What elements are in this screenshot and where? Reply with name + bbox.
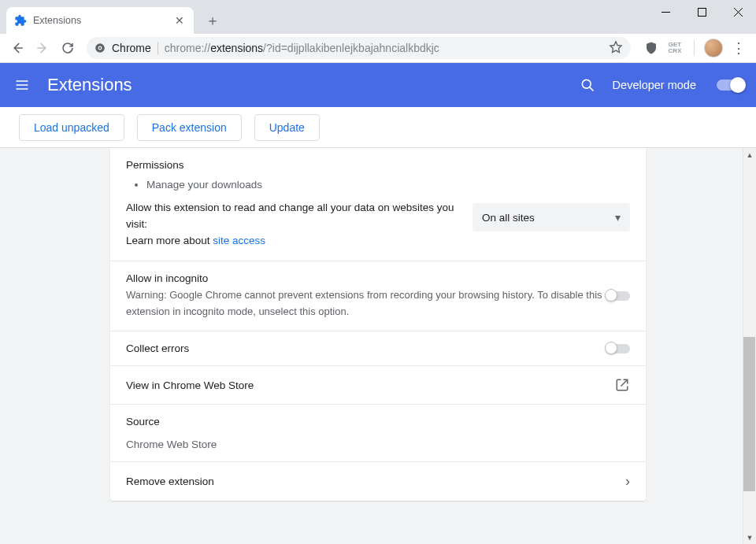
omnibox-separator [158, 42, 158, 54]
scrollbar-thumb[interactable] [743, 337, 755, 491]
tab-title: Extensions [33, 15, 81, 26]
learn-more-prefix: Learn more about [126, 235, 213, 246]
developer-actions-bar: Load unpacked Pack extension Update [0, 107, 756, 148]
svg-point-3 [99, 47, 102, 50]
browser-toolbar: Chrome chrome://extensions/?id=dijpllaki… [0, 34, 756, 63]
permissions-heading: Permissions [126, 159, 630, 171]
webstore-link-label: View in Chrome Web Store [126, 379, 254, 391]
minimize-button[interactable] [647, 0, 684, 24]
close-window-button[interactable] [720, 0, 756, 24]
svg-rect-0 [698, 8, 706, 16]
window-controls [647, 0, 756, 24]
incognito-heading: Allow in incognito [126, 272, 606, 284]
browser-tab[interactable]: Extensions ✕ [6, 7, 194, 34]
site-access-dropdown[interactable]: On all sites ▾ [472, 203, 630, 231]
collect-errors-toggle[interactable] [606, 344, 630, 353]
forward-button[interactable] [32, 37, 54, 59]
menu-icon[interactable] [13, 76, 32, 94]
update-button[interactable]: Update [254, 114, 320, 141]
toolbar-right: GET CRX ⋮ [639, 37, 750, 59]
reload-button[interactable] [57, 37, 79, 59]
search-icon[interactable] [578, 76, 597, 94]
puzzle-piece-icon [14, 14, 27, 27]
extension-detail-card: Permissions Manage your downloads Allow … [110, 148, 646, 501]
site-access-description: Allow this extension to read and change … [126, 202, 454, 230]
incognito-section: Allow in incognito Warning: Google Chrom… [110, 261, 646, 331]
url-text: chrome://extensions/?id=dijpllakibenlejk… [165, 42, 439, 54]
permission-item: Manage your downloads [146, 179, 630, 191]
remove-extension-label: Remove extension [126, 476, 214, 487]
extension-getcrx-icon[interactable]: GET CRX [665, 39, 684, 57]
site-access-link[interactable]: site access [213, 235, 265, 246]
incognito-toggle[interactable] [606, 291, 630, 301]
incognito-warning: Warning: Google Chrome cannot prevent ex… [126, 287, 606, 320]
dropdown-value: On all sites [482, 212, 535, 224]
window-titlebar: Extensions ✕ ＋ [0, 0, 756, 34]
new-tab-button[interactable]: ＋ [202, 9, 224, 31]
chrome-origin-icon [94, 43, 106, 54]
permissions-section: Permissions Manage your downloads Allow … [110, 148, 646, 261]
load-unpacked-button[interactable]: Load unpacked [19, 114, 124, 141]
vertical-scrollbar[interactable]: ▲ ▼ [743, 148, 756, 544]
webstore-section[interactable]: View in Chrome Web Store [110, 365, 646, 404]
scrollbar-down-arrow[interactable]: ▼ [743, 531, 756, 544]
bookmark-star-icon[interactable] [609, 40, 623, 57]
developer-mode-toggle[interactable] [717, 80, 743, 91]
page-title: Extensions [47, 75, 132, 95]
source-value: Chrome Web Store [126, 439, 630, 450]
chevron-right-icon: › [625, 473, 630, 490]
back-button[interactable] [6, 37, 28, 59]
source-section: Source Chrome Web Store [110, 404, 646, 461]
address-bar[interactable]: Chrome chrome://extensions/?id=dijpllaki… [87, 37, 631, 59]
developer-mode-label: Developer mode [613, 79, 696, 91]
close-tab-button[interactable]: ✕ [173, 14, 186, 27]
profile-avatar[interactable] [704, 39, 723, 57]
maximize-button[interactable] [684, 0, 720, 24]
pack-extension-button[interactable]: Pack extension [137, 114, 242, 141]
extensions-appbar: Extensions Developer mode [0, 63, 756, 107]
content-area: Permissions Manage your downloads Allow … [0, 148, 756, 544]
chrome-menu-button[interactable]: ⋮ [728, 37, 750, 59]
open-external-icon [614, 377, 630, 393]
collect-errors-section: Collect errors [110, 331, 646, 365]
scrollbar-up-arrow[interactable]: ▲ [743, 148, 756, 161]
collect-errors-heading: Collect errors [126, 342, 189, 354]
chevron-down-icon: ▾ [615, 211, 621, 224]
permissions-list: Manage your downloads [126, 179, 630, 191]
origin-label: Chrome [112, 42, 151, 54]
remove-extension-row[interactable]: Remove extension › [110, 461, 646, 501]
source-heading: Source [126, 416, 630, 427]
svg-point-4 [582, 80, 591, 88]
extension-shield-icon[interactable] [642, 39, 661, 57]
toolbar-separator [694, 40, 695, 56]
